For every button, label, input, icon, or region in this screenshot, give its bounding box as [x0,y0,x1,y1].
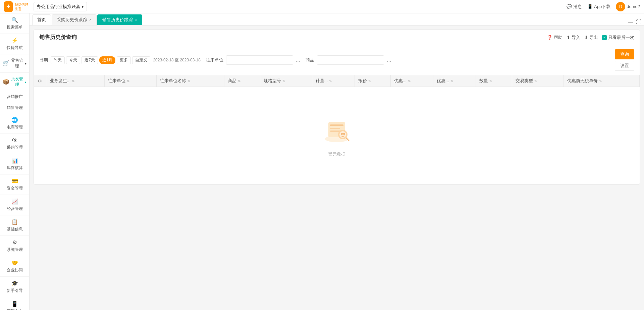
tab-sales-history[interactable]: 销售历史价跟踪 × [97,14,142,25]
message-label: 消息 [573,4,582,10]
th-discount2[interactable]: 优惠... ⇅ [433,75,476,87]
ecom-icon: 🌐 [11,117,18,123]
workspace-selector[interactable]: 办公用品行业模拟账套 ▾ [34,2,87,11]
export-label: 导出 [589,35,598,41]
th-biz-date[interactable]: 业务发生... ⇅ [46,75,104,87]
sidebar-item-wholesale-mgmt[interactable]: 📦 批发管理 ▴ [0,73,29,91]
tab-close-icon[interactable]: × [89,17,92,22]
sidebar-item-label: 库存核算 [7,165,23,171]
th-spec[interactable]: 规格型号 ⇅ [260,75,312,87]
sidebar-item-app-center[interactable]: 📱 应用中心 [0,297,29,310]
th-gear[interactable]: ⚙ [34,75,46,87]
sidebar-item-marketing[interactable]: 营销推广 [0,91,29,102]
th-partner-name[interactable]: 往来单位名称 ⇅ [156,75,224,87]
date-btn-1month[interactable]: 近1月 [99,56,116,64]
tab-bar: 首页 采购历史价跟踪 × 销售历史价跟踪 × — ⛶ [30,13,644,25]
user-action[interactable]: D demo2 [616,2,640,11]
sidebar-item-purchase-mgmt[interactable]: 🛍 采购管理 [0,134,29,154]
th-discount1[interactable]: 优惠... ⇅ [391,75,433,87]
sidebar-item-finance[interactable]: 💳 资金管理 [0,174,29,195]
tab-label: 销售历史价跟踪 [102,17,133,23]
settings-button[interactable]: 设置 [615,61,634,71]
window-maximize-icon[interactable]: ⛶ [636,19,641,25]
help-label: 帮助 [554,35,562,41]
tab-label: 首页 [37,17,46,23]
quick-nav-icon: ⚡ [11,37,18,44]
top-bar-right: 💬 消息 📱 App下载 D demo2 [567,2,640,11]
download-icon: 📱 [587,4,593,9]
sidebar-item-system-mgmt[interactable]: ⚙ 系统管理 [0,236,29,256]
date-btn-custom[interactable]: 自定义 [132,56,150,64]
sidebar-item-quick-nav[interactable]: ⚡ 快捷导航 [0,34,29,54]
filter-bar: 日期 昨天 今天 近7天 近1月 更多 自定义 2023-02-18 至 202… [34,45,640,75]
th-unit[interactable]: 计量... ⇅ [312,75,355,87]
sidebar-item-label: 应用中心 [7,308,23,310]
goods-dots-btn[interactable]: ... [387,57,391,63]
newcomer-icon: 🎓 [11,280,18,287]
empty-icon [320,114,354,147]
query-button[interactable]: 查询 [615,49,634,59]
tab-purchase-history[interactable]: 采购历史价跟踪 × [52,14,97,25]
system-icon: ⚙ [12,239,17,246]
user-name: demo2 [627,4,640,9]
import-button[interactable]: ⬆ 导入 [567,35,580,41]
app-download-action[interactable]: 📱 App下载 [587,4,610,10]
sidebar-item-newcomer[interactable]: 🎓 新手引导 [0,277,29,297]
th-goods-label: 商品 [228,78,236,84]
message-action[interactable]: 💬 消息 [567,4,582,10]
sidebar-item-sales-mgmt[interactable]: 销售管理 [0,102,29,113]
th-discount2-label: 优惠... [437,78,449,84]
partner-dots-btn[interactable]: ... [296,57,300,63]
checkbox-checked-icon: ✓ [602,35,607,40]
sidebar-item-ecom-mgmt[interactable]: 🌐 电商管理 [0,113,29,134]
th-quantity[interactable]: 数量 ⇅ [476,75,512,87]
th-quoted-price[interactable]: 报价 ⇅ [355,75,390,87]
export-button[interactable]: ⬇ 导出 [584,35,598,41]
sidebar-item-enterprise[interactable]: 🤝 企业协同 [0,256,29,277]
partner-input[interactable] [226,55,293,65]
window-minimize-icon[interactable]: — [628,19,633,25]
app-center-icon: 📱 [11,301,18,307]
sidebar-item-inventory[interactable]: 📊 库存核算 [0,154,29,174]
page-header-actions: ❓ 帮助 ⬆ 导入 ⬇ 导出 ✓ 只看最后一次 [547,35,634,41]
operations-icon: 📈 [11,198,18,205]
search-icon: 🔍 [11,17,18,23]
sidebar-item-basic-info[interactable]: 📋 基础信息 [0,215,29,236]
only-last-checkbox[interactable]: ✓ 只看最后一次 [602,35,634,41]
sort-icon: ⇅ [72,79,74,83]
help-icon: ❓ [547,35,552,40]
sidebar-item-label: 快捷导航 [7,45,23,51]
table-header-row: ⚙ 业务发生... ⇅ 往来单 [34,75,640,87]
sort-icon: ⇅ [127,79,129,83]
svg-point-9 [343,133,345,135]
tab-close-active-icon[interactable]: × [135,17,137,22]
th-pretax-price-label: 优惠前无税单价 [567,78,598,84]
th-discount1-label: 优惠... [394,78,407,84]
sort-icon: ⇅ [282,79,285,83]
th-goods[interactable]: 商品 ⇅ [224,75,260,87]
help-button[interactable]: ❓ 帮助 [547,35,562,41]
logo-icon: ✦ [4,1,13,12]
sidebar-item-search-menu[interactable]: 🔍 搜索菜单 [0,13,29,34]
purchase-icon: 🛍 [12,137,17,143]
sidebar-item-label: 零售管理 [11,58,23,69]
date-btn-today[interactable]: 今天 [66,56,80,64]
sidebar: 🔍 搜索菜单 ⚡ 快捷导航 🛒 零售管理 ▾ 📦 批发管理 ▴ 营销推广 销售管… [0,13,30,310]
date-btn-more[interactable]: 更多 [117,56,131,64]
sidebar-item-label: 系统管理 [7,247,23,253]
th-partner-code[interactable]: 往来单位 ⇅ [104,75,156,87]
sidebar-item-retail-mgmt[interactable]: 🛒 零售管理 ▾ [0,54,29,73]
sidebar-item-label: 新手引导 [7,288,23,294]
th-partner-name-label: 往来单位名称 [160,78,186,84]
goods-input[interactable] [317,55,384,65]
sort-icon: ⇅ [368,79,371,83]
th-partner-code-label: 往来单位 [108,78,125,84]
th-pretax-price[interactable]: 优惠前无税单价 ⇅ [564,75,640,87]
chevron-down-icon: ▾ [25,62,26,65]
date-btn-7days[interactable]: 近7天 [82,56,98,64]
tab-bar-actions: — ⛶ [628,19,641,25]
th-trade-type[interactable]: 交易类型 ⇅ [512,75,564,87]
date-btn-yesterday[interactable]: 昨天 [51,56,65,64]
tab-home[interactable]: 首页 [32,14,51,25]
sidebar-item-operations[interactable]: 📈 经营管理 [0,195,29,215]
